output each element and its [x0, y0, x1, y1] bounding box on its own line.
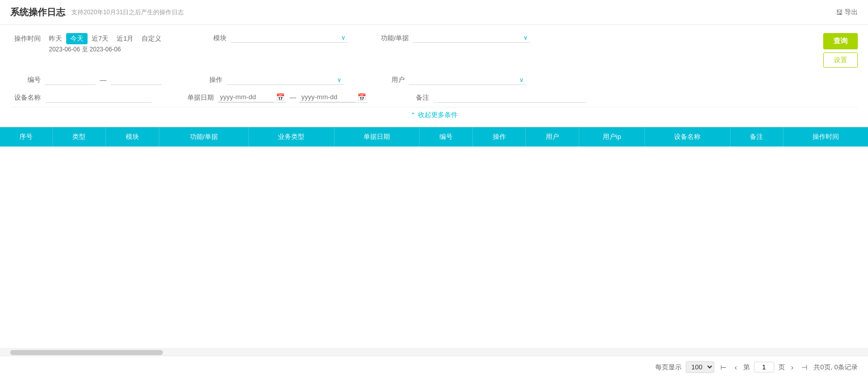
number-start-input[interactable]	[45, 75, 96, 85]
pagination-bar: 每页显示 100 50 200 ⊢ ‹ 第 页 › ⊣ 共0页, 0条记录	[0, 356, 868, 378]
function-chevron-icon: ∨	[523, 34, 528, 41]
collapse-button[interactable]: ⌃ 收起更多条件	[410, 110, 458, 120]
time-btn-custom[interactable]: 自定义	[137, 33, 165, 44]
col-business-type: 业务类型	[249, 127, 334, 147]
calendar-end-icon[interactable]: 📅	[357, 93, 366, 101]
table-section: 序号 类型 模块 功能/单据 业务类型 单据日期 编号 操作 用户 用户ip 设…	[0, 127, 868, 348]
col-module: 模块	[106, 127, 159, 147]
filter-area: 操作时间 昨天 今天 近7天 近1月 自定义 2023-06-06 至 2023…	[0, 25, 868, 127]
page-unit: 页	[778, 363, 785, 372]
user-label: 用户	[374, 75, 405, 84]
table-header: 序号 类型 模块 功能/单据 业务类型 单据日期 编号 操作 用户 用户ip 设…	[0, 127, 868, 147]
collapse-bar: ⌃ 收起更多条件	[10, 107, 858, 122]
table-header-row: 序号 类型 模块 功能/单据 业务类型 单据日期 编号 操作 用户 用户ip 设…	[0, 127, 868, 147]
data-table: 序号 类型 模块 功能/单据 业务类型 单据日期 编号 操作 用户 用户ip 设…	[0, 127, 868, 147]
next-page-button[interactable]: ›	[789, 362, 796, 372]
col-remark: 备注	[730, 127, 783, 147]
number-range: —	[45, 75, 161, 85]
voucher-date-label: 单据日期	[183, 93, 214, 102]
col-user-ip: 用户ip	[579, 127, 645, 147]
date-start-input[interactable]	[218, 92, 274, 102]
col-device: 设备名称	[645, 127, 730, 147]
remark-label: 备注	[399, 93, 429, 102]
user-select[interactable]: ∨	[409, 75, 526, 85]
col-index: 序号	[0, 127, 52, 147]
date-end-input[interactable]	[299, 92, 355, 102]
date-dash: —	[290, 94, 296, 101]
time-date-range: 2023-06-06 至 2023-06-06	[49, 46, 121, 53]
col-number: 编号	[419, 127, 472, 147]
page-input[interactable]	[754, 362, 774, 372]
page-subtitle: 支持2020年10月31日之后产生的操作日志	[71, 8, 184, 17]
calendar-start-icon[interactable]: 📅	[276, 93, 285, 101]
device-label: 设备名称	[10, 93, 41, 102]
time-btn-1month[interactable]: 近1月	[113, 33, 137, 44]
collapse-label: 收起更多条件	[418, 110, 458, 120]
module-select[interactable]: ∨	[231, 33, 348, 43]
date-end-wrap: 📅	[299, 92, 368, 103]
page-label: 第	[743, 363, 750, 372]
module-chevron-icon: ∨	[341, 34, 346, 41]
col-op-time: 操作时间	[783, 127, 868, 147]
time-btn-today[interactable]: 今天	[66, 33, 88, 44]
module-label: 模块	[196, 34, 227, 43]
per-page-select[interactable]: 100 50 200	[686, 361, 714, 373]
col-operation: 操作	[472, 127, 525, 147]
export-icon: 🖫	[836, 9, 843, 16]
collapse-arrow-icon: ⌃	[410, 111, 416, 119]
function-label: 功能/单据	[378, 34, 409, 43]
remark-input[interactable]	[433, 93, 586, 103]
total-info: 共0页, 0条记录	[814, 363, 858, 372]
scrollbar-thumb	[10, 350, 163, 355]
prev-page-button[interactable]: ‹	[733, 362, 739, 372]
scrollbar-area[interactable]	[0, 348, 868, 356]
function-select[interactable]: ∨	[413, 33, 530, 43]
col-function: 功能/单据	[159, 127, 248, 147]
number-end-input[interactable]	[110, 75, 161, 85]
first-page-button[interactable]: ⊢	[718, 362, 729, 372]
time-label: 操作时间	[10, 34, 41, 43]
header-left: 系统操作日志 支持2020年10月31日之后产生的操作日志	[10, 6, 184, 18]
col-user: 用户	[526, 127, 579, 147]
page-title: 系统操作日志	[10, 6, 65, 18]
last-page-button[interactable]: ⊣	[799, 362, 809, 372]
number-label: 编号	[10, 75, 41, 84]
col-voucher-date: 单据日期	[334, 127, 419, 147]
query-button[interactable]: 查询	[823, 33, 858, 49]
page-header: 系统操作日志 支持2020年10月31日之后产生的操作日志 🖫 导出	[0, 0, 868, 25]
operation-select[interactable]: ∨	[227, 75, 344, 85]
settings-button[interactable]: 设置	[823, 52, 858, 68]
range-dash: —	[100, 76, 106, 84]
user-chevron-icon: ∨	[519, 76, 524, 83]
col-type: 类型	[52, 127, 105, 147]
time-btn-yesterday[interactable]: 昨天	[45, 33, 66, 44]
device-input[interactable]	[45, 93, 152, 103]
operation-label: 操作	[192, 75, 222, 84]
per-page-label: 每页显示	[655, 363, 682, 372]
export-label: 导出	[845, 8, 858, 17]
export-button[interactable]: 🖫 导出	[836, 8, 858, 17]
date-start-wrap: 📅	[218, 92, 287, 103]
time-btn-7days[interactable]: 近7天	[88, 33, 113, 44]
operation-chevron-icon: ∨	[337, 76, 342, 83]
